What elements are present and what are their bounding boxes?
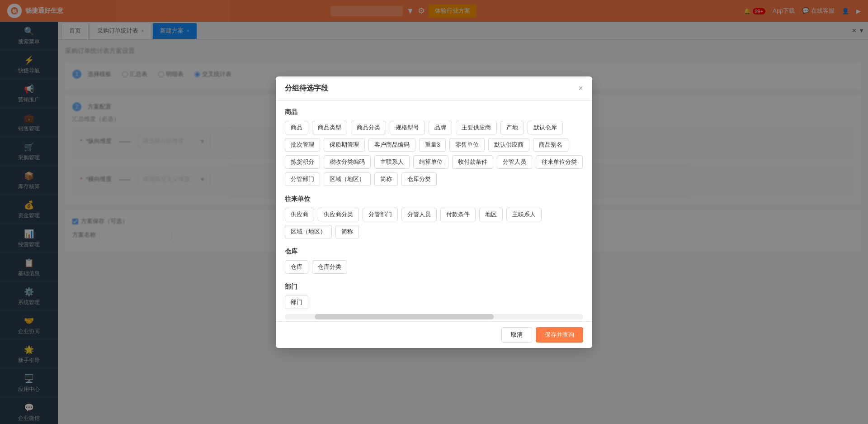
dialog: 分组待选字段 × 商品 商品 商品类型 商品分类 规格型号 品牌 主要供应商 产… (276, 76, 592, 348)
field-region-cp[interactable]: 地区 (479, 208, 503, 221)
dept-field-grid: 部门 (285, 295, 583, 309)
field-settle-unit[interactable]: 结算单位 (413, 155, 448, 169)
dialog-title: 分组待选字段 (285, 84, 328, 93)
dialog-header: 分组待选字段 × (276, 76, 592, 101)
section-counterpart: 往来单位 供应商 供应商分类 分管部门 分管人员 付款条件 地区 主联系人 区域… (285, 195, 583, 238)
dialog-body: 商品 商品 商品类型 商品分类 规格型号 品牌 主要供应商 产地 默认仓库 批次… (276, 101, 592, 311)
field-dept-managed[interactable]: 分管部门 (285, 172, 320, 186)
field-warehouse-cat[interactable]: 仓库分类 (312, 260, 347, 274)
field-payment-cond[interactable]: 付款条件 (440, 208, 476, 221)
field-dept-managed2[interactable]: 分管部门 (363, 208, 398, 221)
field-main-supplier[interactable]: 主要供应商 (456, 121, 497, 134)
section-goods: 商品 商品 商品类型 商品分类 规格型号 品牌 主要供应商 产地 默认仓库 批次… (285, 108, 583, 186)
field-goods-type[interactable]: 商品类型 (312, 121, 347, 134)
field-supplier-cat[interactable]: 供应商分类 (318, 208, 359, 221)
section-counterpart-title: 往来单位 (285, 195, 583, 203)
counterpart-field-grid: 供应商 供应商分类 分管部门 分管人员 付款条件 地区 主联系人 区域（地区） … (285, 208, 583, 238)
field-warehouse[interactable]: 仓库 (285, 260, 308, 274)
field-brand[interactable]: 品牌 (429, 121, 452, 134)
dialog-footer: 取消 保存并查询 (276, 321, 592, 348)
field-expiry-mgmt[interactable]: 保质期管理 (324, 138, 365, 152)
field-region-goods[interactable]: 区域（地区） (324, 172, 371, 186)
field-goods-category[interactable]: 商品分类 (351, 121, 386, 134)
section-dept: 部门 部门 (285, 283, 583, 309)
field-default-warehouse[interactable]: 默认仓库 (528, 121, 563, 134)
field-supplier[interactable]: 供应商 (285, 208, 314, 221)
overlay: 分组待选字段 × 商品 商品 商品类型 商品分类 规格型号 品牌 主要供应商 产… (0, 0, 868, 424)
field-dept[interactable]: 部门 (285, 295, 308, 309)
field-batch-mgmt[interactable]: 批次管理 (285, 138, 320, 152)
field-spec-model[interactable]: 规格型号 (390, 121, 425, 134)
field-region-cp2[interactable]: 区域（地区） (285, 225, 332, 238)
dialog-close-icon[interactable]: × (578, 84, 583, 93)
horizontal-scroll-area (276, 311, 592, 321)
field-tax-code[interactable]: 税收分类编码 (324, 155, 371, 169)
field-goods-alias[interactable]: 商品别名 (533, 138, 568, 152)
dialog-save-btn[interactable]: 保存并查询 (536, 327, 583, 343)
field-payment-terms[interactable]: 收付款条件 (452, 155, 493, 169)
dialog-cancel-btn[interactable]: 取消 (501, 327, 532, 343)
section-goods-title: 商品 (285, 108, 583, 116)
section-warehouse: 仓库 仓库 仓库分类 (285, 248, 583, 274)
horizontal-scrollbar[interactable] (285, 314, 583, 319)
field-weight3[interactable]: 重量3 (419, 138, 446, 152)
field-retail-unit[interactable]: 零售单位 (449, 138, 485, 152)
field-main-contact2[interactable]: 主联系人 (506, 208, 542, 221)
field-warehouse-cat-goods[interactable]: 仓库分类 (401, 172, 437, 186)
horizontal-scroll-thumb (315, 314, 494, 319)
field-origin[interactable]: 产地 (500, 121, 524, 134)
field-short-name-goods[interactable]: 简称 (374, 172, 398, 186)
section-warehouse-title: 仓库 (285, 248, 583, 256)
field-goods[interactable]: 商品 (285, 121, 308, 134)
field-short-name-cp[interactable]: 简称 (335, 225, 359, 238)
field-pick-points[interactable]: 拣货积分 (285, 155, 320, 169)
section-dept-title: 部门 (285, 283, 583, 291)
warehouse-field-grid: 仓库 仓库分类 (285, 260, 583, 274)
field-default-supplier[interactable]: 默认供应商 (488, 138, 529, 152)
field-customer-code[interactable]: 客户商品编码 (368, 138, 415, 152)
field-counterpart-cat[interactable]: 往来单位分类 (536, 155, 583, 169)
field-supervisor[interactable]: 分管人员 (497, 155, 532, 169)
field-main-contact[interactable]: 主联系人 (374, 155, 410, 169)
field-supervisor2[interactable]: 分管人员 (401, 208, 437, 221)
goods-field-grid: 商品 商品类型 商品分类 规格型号 品牌 主要供应商 产地 默认仓库 批次管理 … (285, 121, 583, 186)
